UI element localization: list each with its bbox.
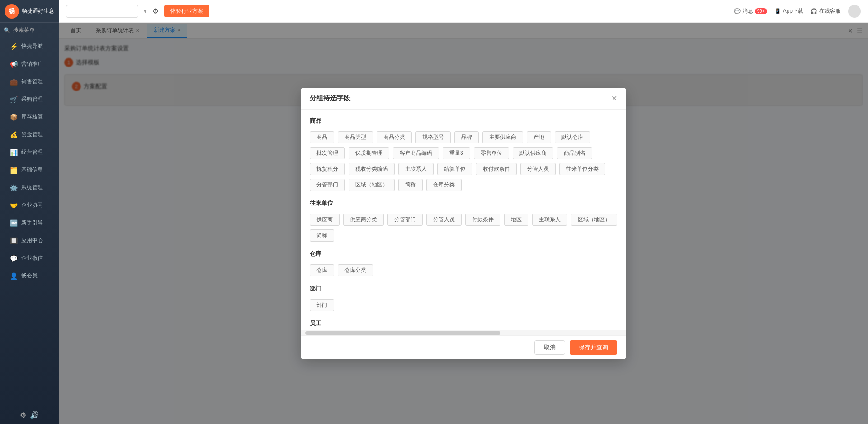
sidebar-item-marketing[interactable]: 📢 营销推广 (3, 56, 56, 72)
modal-hscroll-thumb (305, 331, 500, 335)
modal-body[interactable]: 商品 商品 商品类型 商品分类 规格型号 品牌 主要供应商 产地 默认仓库 批次… (301, 110, 626, 330)
sidebar-item-corp[interactable]: 🤝 企业协同 (3, 197, 56, 214)
field-tag-region2[interactable]: 区域（地区） (571, 214, 617, 226)
section-warehouse-title: 仓库 (310, 250, 617, 260)
sidebar-item-system[interactable]: ⚙️ 系统管理 (3, 179, 56, 196)
field-tag-goods[interactable]: 商品 (310, 131, 334, 143)
online-service-label: 在线客服 (819, 7, 841, 15)
apps-icon: 🔲 (10, 237, 18, 244)
sidebar-logo: 畅 畅捷通好生意 (0, 0, 59, 23)
field-tag-main-contact2[interactable]: 主联系人 (532, 214, 567, 226)
settings-footer-btn[interactable]: ⚙ (20, 411, 26, 419)
user-avatar[interactable] (848, 5, 861, 18)
field-tag-warehouse-category[interactable]: 仓库分类 (338, 264, 373, 276)
field-tag-partner-category[interactable]: 往来单位分类 (559, 163, 605, 175)
app-download-label: App下载 (783, 7, 803, 15)
sidebar-search-item[interactable]: 🔍 搜索菜单 (0, 23, 59, 38)
search-icon: 🔍 (4, 27, 10, 33)
field-tag-manage-person[interactable]: 分管人员 (426, 214, 462, 226)
field-tag-default-supplier[interactable]: 默认供应商 (513, 147, 553, 159)
trial-plan-button[interactable]: 体验行业方案 (164, 5, 209, 17)
sidebar-item-label: 企业微信 (21, 254, 43, 262)
topbar-left: ▾ ⚙ 体验行业方案 (66, 5, 209, 18)
sidebar-item-label: 企业协同 (21, 201, 43, 209)
section-goods: 商品 商品 商品类型 商品分类 规格型号 品牌 主要供应商 产地 默认仓库 批次… (310, 117, 617, 191)
field-tag-goods-type[interactable]: 商品类型 (338, 131, 373, 143)
field-tag-tax-code[interactable]: 税收分类编码 (349, 163, 395, 175)
modal-backdrop: 分组待选字段 ✕ 商品 商品 商品类型 商品分类 规格型号 品牌 主要供应商 产… (59, 23, 868, 424)
field-tag-retail-unit[interactable]: 零售单位 (474, 147, 509, 159)
sidebar-item-finance[interactable]: 💰 资金管理 (3, 126, 56, 143)
sidebar-item-sales[interactable]: 💼 销售管理 (3, 73, 56, 90)
sidebar-item-wechat[interactable]: 💬 企业微信 (3, 250, 56, 267)
section-partner: 往来单位 供应商 供应商分类 分管部门 分管人员 付款条件 地区 主联系人 区域… (310, 199, 617, 242)
field-tag-short-name[interactable]: 简称 (398, 179, 423, 191)
topbar-dropdown-arrow[interactable]: ▾ (144, 8, 147, 14)
field-tag-department[interactable]: 部门 (310, 299, 334, 311)
field-tag-shelf-life[interactable]: 保质期管理 (349, 147, 389, 159)
sidebar-item-operation[interactable]: 📊 经营管理 (3, 144, 56, 161)
guide-icon: 🆕 (10, 219, 18, 227)
field-tag-manage-dept[interactable]: 分管部门 (387, 214, 423, 226)
modal-close-btn[interactable]: ✕ (611, 94, 617, 103)
topbar-settings-icon[interactable]: ⚙ (152, 7, 159, 15)
field-tag-payment-cond[interactable]: 付款条件 (465, 214, 500, 226)
field-tag-dept[interactable]: 分管部门 (310, 179, 345, 191)
field-tag-warehouse[interactable]: 仓库 (310, 264, 334, 276)
sidebar-item-label: 资金管理 (21, 131, 43, 138)
app-download-item[interactable]: 📱 App下载 (774, 7, 803, 15)
field-tag-settlement-unit[interactable]: 结算单位 (437, 163, 472, 175)
sidebar-item-label: 库存核算 (21, 113, 43, 121)
field-tag-spec-model[interactable]: 规格型号 (415, 131, 451, 143)
section-goods-title: 商品 (310, 117, 617, 127)
field-tag-payment-terms[interactable]: 收付款条件 (476, 163, 517, 175)
online-service-item[interactable]: 🎧 在线客服 (811, 7, 841, 15)
topbar-search-input[interactable] (66, 5, 138, 18)
section-partner-tags: 供应商 供应商分类 分管部门 分管人员 付款条件 地区 主联系人 区域（地区） … (310, 214, 617, 242)
sidebar-item-inventory[interactable]: 📦 库存核算 (3, 109, 56, 125)
field-tag-brand[interactable]: 品牌 (454, 131, 479, 143)
modal-horizontal-scrollbar[interactable] (301, 330, 626, 335)
field-tag-default-warehouse[interactable]: 默认仓库 (555, 131, 590, 143)
search-menu-label: 搜索菜单 (13, 26, 35, 34)
sidebar-item-label: 销售管理 (21, 78, 43, 86)
field-tag-customer-code[interactable]: 客户商品编码 (393, 147, 439, 159)
field-tag-main-supplier[interactable]: 主要供应商 (482, 131, 523, 143)
sidebar-item-label: 应用中心 (21, 237, 43, 244)
system-icon: ⚙️ (10, 184, 18, 191)
field-tag-region[interactable]: 区域（地区） (349, 179, 395, 191)
purchase-icon: 🛒 (10, 96, 18, 103)
field-tag-origin[interactable]: 产地 (527, 131, 551, 143)
volume-footer-btn[interactable]: 🔊 (30, 411, 39, 419)
message-label: 消息 (742, 7, 753, 15)
field-tag-main-contact[interactable]: 主联系人 (398, 163, 434, 175)
field-tag-supervisor[interactable]: 分管人员 (520, 163, 556, 175)
field-tag-weight[interactable]: 重量3 (443, 147, 470, 159)
sidebar-item-guide[interactable]: 🆕 新手引导 (3, 214, 56, 231)
sidebar-item-base[interactable]: 🗂️ 基础信息 (3, 162, 56, 178)
corp-icon: 🤝 (10, 202, 18, 209)
section-partner-title: 往来单位 (310, 199, 617, 209)
sidebar-item-label: 基础信息 (21, 166, 43, 174)
app-download-icon: 📱 (774, 8, 781, 14)
message-item[interactable]: 💬 消息 99+ (734, 7, 767, 15)
field-tag-goods-category[interactable]: 商品分类 (377, 131, 412, 143)
sidebar-item-apps[interactable]: 🔲 应用中心 (3, 232, 56, 249)
field-tag-short-name2[interactable]: 简称 (310, 229, 334, 242)
modal-cancel-btn[interactable]: 取消 (534, 340, 565, 355)
field-tag-area[interactable]: 地区 (504, 214, 528, 226)
field-tag-pick-points[interactable]: 拣货积分 (310, 163, 345, 175)
sidebar-item-purchase[interactable]: 🛒 采购管理 (3, 91, 56, 108)
modal-header: 分组待选字段 ✕ (301, 88, 626, 110)
sidebar-item-quick-nav[interactable]: ⚡ 快捷导航 (3, 38, 56, 55)
field-tag-batch-mgmt[interactable]: 批次管理 (310, 147, 345, 159)
field-tag-supplier-cat[interactable]: 供应商分类 (343, 214, 384, 226)
sidebar-item-member[interactable]: 👤 畅会员 (3, 267, 56, 284)
sidebar-item-label: 经营管理 (21, 148, 43, 156)
sidebar: 畅 畅捷通好生意 🔍 搜索菜单 ⚡ 快捷导航 📢 营销推广 💼 销售管理 🛒 采… (0, 0, 59, 424)
modal-confirm-btn[interactable]: 保存并查询 (570, 340, 617, 355)
field-tag-supplier[interactable]: 供应商 (310, 214, 340, 226)
field-tag-warehouse-cat[interactable]: 仓库分类 (426, 179, 462, 191)
field-tag-goods-alias[interactable]: 商品别名 (557, 147, 592, 159)
sidebar-item-label: 营销推广 (21, 60, 43, 68)
